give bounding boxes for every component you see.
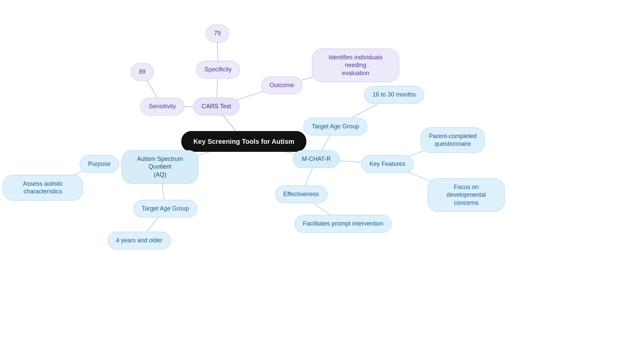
mchat-effect-node[interactable]: Effectiveness <box>275 185 328 203</box>
aq-assess-node[interactable]: Assess autistic characteristics <box>3 175 83 201</box>
center-node[interactable]: Key Screening Tools for Autism <box>181 131 306 152</box>
value-89-node[interactable]: 89 <box>130 63 154 81</box>
sensitivity-node[interactable]: Sensitivity <box>140 98 184 115</box>
specificity-node[interactable]: Specificity <box>196 61 240 78</box>
outcome-node[interactable]: Outcome <box>261 76 302 94</box>
aq-age-val-node[interactable]: 4 years and older <box>107 232 171 249</box>
mchat-age-node[interactable]: Target Age Group <box>303 118 367 135</box>
cars-node[interactable]: CARS Test <box>193 98 239 115</box>
value-79-node[interactable]: 79 <box>206 24 229 42</box>
mchat-feat1-node[interactable]: Parent-completed questionnaire <box>421 127 485 153</box>
mchat-effect-val-node[interactable]: Facilitates prompt intervention <box>294 215 392 233</box>
mind-map-canvas: Key Screening Tools for Autism CARS Test… <box>0 0 644 363</box>
aq-age-node[interactable]: Target Age Group <box>133 200 197 218</box>
mchat-features-node[interactable]: Key Features <box>361 155 414 173</box>
aq-node[interactable]: Autism Spectrum Quotient (AQ) <box>121 150 199 184</box>
aq-purpose-node[interactable]: Purpose <box>79 155 119 173</box>
mchat-node[interactable]: M-CHAT-R <box>293 150 340 168</box>
mchat-age-val-node[interactable]: 16 to 30 months <box>364 86 424 104</box>
identifies-node[interactable]: Identifies individuals needing evaluatio… <box>312 49 399 82</box>
mchat-feat2-node[interactable]: Focus on developmental concerns <box>428 178 505 212</box>
